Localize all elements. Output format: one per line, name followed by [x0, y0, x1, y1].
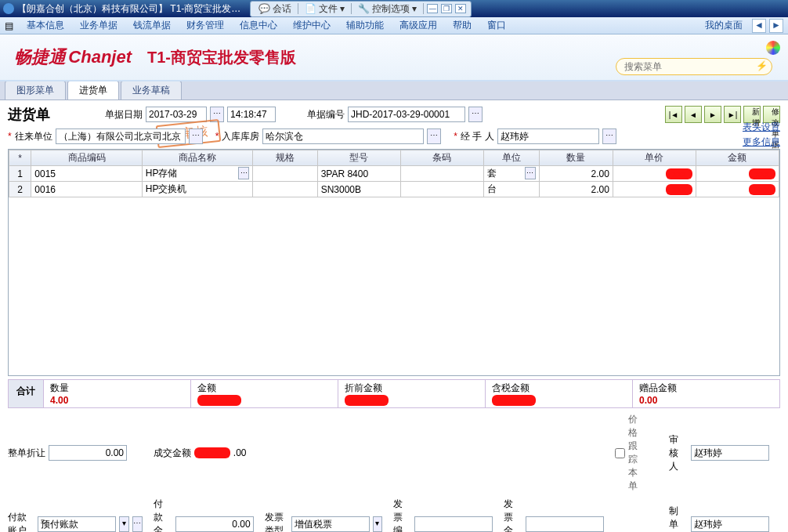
- time-input[interactable]: [227, 107, 276, 122]
- form-header: 进货单 单据日期 ⋯ 单据编号 ⋯ |◄ ◄ ► ►| 新增 修改单据 已审核: [0, 100, 788, 125]
- remote-toolbar: 💬 会话 📄 文件 ▾ 🔧 控制选项 ▾ — ❐ ✕: [250, 1, 472, 17]
- menu-info[interactable]: 信息中心: [233, 19, 284, 32]
- warehouse-field: *入库库房 ⋯: [215, 128, 442, 144]
- warehouse-input[interactable]: [262, 128, 424, 144]
- search-bolt-icon[interactable]: ⚡: [756, 60, 768, 71]
- form-row2: *往来单位 ⋯ *入库库房 ⋯ *经 手 人 ⋯ 表头设置 更多信息: [0, 125, 788, 149]
- menu-biz[interactable]: 业务单据: [74, 19, 124, 32]
- remote-close-icon[interactable]: ✕: [455, 4, 466, 13]
- title-bar: 【朗嘉合创（北京）科技有限公司】 T1-商贸宝批发… 💬 会话 📄 文件 ▾ 🔧…: [0, 0, 788, 17]
- menu-aux[interactable]: 辅助功能: [340, 19, 390, 32]
- window-title: 【朗嘉合创（北京）科技有限公司】 T1-商贸宝批发…: [17, 2, 240, 16]
- price-track-checkbox[interactable]: [615, 448, 625, 458]
- redacted: xxx: [666, 184, 692, 195]
- session-menu[interactable]: 💬 会话: [255, 2, 295, 16]
- totals-bar: 合计 数量4.00 金额xxxxxx 折前金额xxxxxx 含税金额xxxxxx…: [8, 379, 780, 408]
- vendor-input[interactable]: [56, 128, 186, 144]
- menu-fin[interactable]: 财务管理: [180, 19, 230, 32]
- menu-maint[interactable]: 维护中心: [287, 19, 337, 32]
- docno-field: 单据编号 ⋯: [307, 107, 483, 122]
- remote-min-icon[interactable]: —: [427, 4, 438, 13]
- handler-picker-icon[interactable]: ⋯: [602, 128, 616, 144]
- invtype-input[interactable]: [291, 516, 370, 532]
- logo-sub: Chanjet: [68, 47, 132, 67]
- table-row[interactable]: 1 0015 HP存储⋯ 3PAR 8400 套⋯ 2.00 xxx xxx: [9, 166, 779, 182]
- invamt-input[interactable]: [526, 516, 604, 532]
- payacct-input[interactable]: [38, 516, 116, 532]
- handler-input[interactable]: [497, 128, 599, 144]
- tab-graph-menu[interactable]: 图形菜单: [5, 81, 66, 100]
- invno-input[interactable]: [414, 516, 493, 532]
- date-picker-icon[interactable]: ⋯: [210, 107, 224, 122]
- product-name: T1-商贸宝批发零售版: [147, 47, 296, 68]
- banner: 畅捷通 Chanjet T1-商贸宝批发零售版 ⚡: [0, 34, 788, 81]
- menu-cash[interactable]: 钱流单据: [127, 19, 177, 32]
- header-settings-link[interactable]: 表头设置: [743, 121, 780, 134]
- logo: 畅捷通: [14, 47, 66, 67]
- cell-picker-icon[interactable]: ⋯: [525, 167, 536, 179]
- menu-help[interactable]: 帮助: [446, 19, 478, 32]
- menu-window[interactable]: 窗口: [481, 19, 512, 32]
- redacted: xxx: [666, 168, 692, 179]
- nav-fwd-icon[interactable]: ►: [769, 19, 783, 33]
- control-menu[interactable]: 🔧 控制选项 ▾: [355, 2, 420, 16]
- search-input[interactable]: [616, 58, 772, 75]
- side-links: 表头设置 更多信息: [743, 121, 780, 149]
- last-button[interactable]: ►|: [724, 106, 741, 123]
- first-button[interactable]: |◄: [665, 106, 682, 123]
- discount-input[interactable]: [49, 445, 127, 461]
- grid: * 商品编码 商品名称 规格 型号 条码 单位 数量 单价 金额 1 0015 …: [8, 149, 780, 376]
- table-row[interactable]: 2 0016 HP交换机 SN3000B 台 2.00 xxx xxx: [9, 182, 779, 197]
- grid-header-row: * 商品编码 商品名称 规格 型号 条码 单位 数量 单价 金额: [9, 150, 779, 166]
- payacct-dropdown-icon[interactable]: ▾: [119, 516, 129, 532]
- docno-picker-icon[interactable]: ⋯: [468, 107, 483, 122]
- cell-picker-icon[interactable]: ⋯: [238, 167, 249, 179]
- payamt-input[interactable]: [175, 516, 254, 532]
- file-menu[interactable]: 📄 文件 ▾: [302, 2, 348, 16]
- win-icon: ▤: [5, 20, 14, 31]
- auditor-input[interactable]: [691, 445, 769, 461]
- remote-restore-icon[interactable]: ❐: [441, 4, 452, 13]
- menu-desktop[interactable]: 我的桌面: [699, 19, 749, 33]
- doc-tabs: 图形菜单 进货单 业务草稿: [0, 81, 788, 100]
- warehouse-picker-icon[interactable]: ⋯: [427, 128, 441, 144]
- handler-field: *经 手 人 ⋯: [454, 128, 616, 144]
- prev-button[interactable]: ◄: [685, 106, 702, 123]
- search-box: ⚡: [616, 58, 772, 75]
- footer: 整单折让 成交金额xxxxx.00 价格跟踪本单 审核人 付款账户▾⋯ 付款金额…: [8, 413, 780, 532]
- maker-input[interactable]: [691, 516, 769, 532]
- doc-title: 进货单: [8, 105, 50, 124]
- redacted: xxx: [749, 184, 775, 195]
- menu-adv[interactable]: 高级应用: [393, 19, 443, 32]
- nav-back-icon[interactable]: ◄: [752, 19, 766, 33]
- tab-draft[interactable]: 业务草稿: [121, 81, 182, 100]
- invtype-dropdown-icon[interactable]: ▾: [373, 516, 382, 532]
- vendor-picker-icon[interactable]: ⋯: [189, 128, 203, 144]
- vendor-field: *往来单位 ⋯: [8, 128, 203, 144]
- more-info-link[interactable]: 更多信息: [743, 136, 780, 149]
- app-icon: [3, 3, 14, 14]
- next-button[interactable]: ►: [704, 106, 721, 123]
- payacct-picker-icon[interactable]: ⋯: [132, 516, 143, 532]
- date-input[interactable]: [146, 107, 207, 122]
- redacted: xxx: [749, 168, 775, 179]
- docno-input[interactable]: [348, 107, 465, 122]
- menu-basic[interactable]: 基本信息: [20, 19, 70, 32]
- main-menu: ▤ 基本信息 业务单据 钱流单据 财务管理 信息中心 维护中心 辅助功能 高级应…: [0, 17, 788, 34]
- color-swirl-icon: [766, 41, 780, 55]
- tab-purchase[interactable]: 进货单: [67, 81, 119, 100]
- date-field: 单据日期 ⋯: [105, 107, 276, 122]
